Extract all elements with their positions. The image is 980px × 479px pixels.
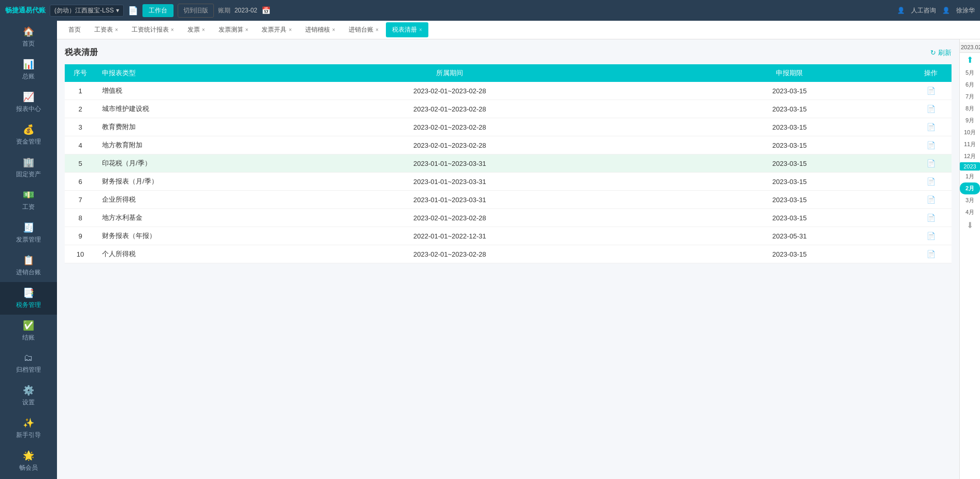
action-icon[interactable]: 📄 [927, 105, 935, 113]
sidebar-label-salary: 工资 [22, 203, 35, 212]
tab-salary-table[interactable]: 工资表 × [88, 22, 124, 37]
cell-id: 9 [65, 227, 96, 245]
panel-month-9[interactable]: 9月 [960, 115, 980, 126]
panel-month-11[interactable]: 11月 [960, 138, 980, 150]
tab-tax-list[interactable]: 税表清册 × [386, 22, 428, 37]
archive-icon: 🗂 [24, 353, 33, 363]
col-header-deadline: 申报期限 [669, 64, 910, 82]
cell-action[interactable]: 📄 [910, 209, 952, 227]
sidebar-item-reports[interactable]: 📈 报表中心 [0, 86, 57, 119]
tab-invoice-calc[interactable]: 发票测算 × [212, 22, 255, 37]
app-logo: 畅捷通易代账 [5, 6, 46, 15]
table-row: 4 地方教育附加 2023-02-01~2023-02-28 2023-03-1… [65, 136, 952, 154]
cell-type: 地方教育附加 [96, 136, 230, 154]
refresh-button[interactable]: ↻ 刷新 [930, 48, 952, 58]
sidebar-item-funds[interactable]: 💰 资金管理 [0, 119, 57, 151]
sidebar-item-settings[interactable]: ⚙️ 设置 [0, 379, 57, 412]
tab-salary-report[interactable]: 工资统计报表 × [125, 22, 180, 37]
tab-invoice-calc-close[interactable]: × [246, 27, 249, 33]
company-selector[interactable]: (勿动）江西服宝-LSS ▾ [50, 5, 124, 17]
cell-action[interactable]: 📄 [910, 173, 952, 191]
sidebar-item-guide[interactable]: ✨ 新手引导 [0, 412, 57, 445]
col-header-type: 申报表类型 [96, 64, 230, 82]
sidebar-item-home[interactable]: 🏠 首页 [0, 21, 57, 53]
cell-deadline: 2023-03-15 [669, 191, 910, 209]
cell-period: 2023-01-01~2023-03-31 [230, 173, 669, 191]
tab-invoice-issue[interactable]: 发票开具 × [255, 22, 298, 37]
action-icon[interactable]: 📄 [927, 214, 935, 222]
tab-salary-table-close[interactable]: × [115, 27, 118, 33]
sidebar-item-salary[interactable]: 💵 工资 [0, 184, 57, 217]
cell-action[interactable]: 📄 [910, 245, 952, 263]
cell-deadline: 2023-03-15 [669, 118, 910, 136]
table-row: 6 财务报表（月/季） 2023-01-01~2023-03-31 2023-0… [65, 173, 952, 191]
tab-audit-close[interactable]: × [332, 27, 335, 33]
user-area: 👤 人工咨询 👤 徐涂华 [897, 6, 975, 15]
sidebar-label-reports: 报表中心 [16, 105, 41, 114]
panel-month-12[interactable]: 12月 [960, 150, 980, 162]
tab-invoice-close[interactable]: × [202, 27, 205, 33]
action-icon[interactable]: 📄 [927, 195, 935, 204]
cell-deadline: 2023-03-15 [669, 154, 910, 173]
tab-salary-report-close[interactable]: × [171, 27, 174, 33]
switch-button[interactable]: 切到旧版 [178, 4, 214, 18]
cell-action[interactable]: 📄 [910, 154, 952, 173]
action-icon[interactable]: 📄 [927, 87, 935, 95]
cell-action[interactable]: 📄 [910, 82, 952, 100]
panel-month-10[interactable]: 10月 [960, 126, 980, 138]
refresh-label: 刷新 [938, 48, 952, 58]
tab-audit[interactable]: 进销稽核 × [299, 22, 341, 37]
sidebar-item-closing[interactable]: ✅ 结账 [0, 315, 57, 347]
sidebar-item-ledger[interactable]: 📊 总账 [0, 53, 57, 86]
cell-action[interactable]: 📄 [910, 136, 952, 154]
tab-salary-table-label: 工资表 [94, 25, 113, 34]
cell-action[interactable]: 📄 [910, 100, 952, 118]
tab-sales-ledger[interactable]: 进销台账 × [342, 22, 385, 37]
table-row: 1 增值税 2023-02-01~2023-02-28 2023-03-15 📄 [65, 82, 952, 100]
sidebar-item-member[interactable]: 🌟 畅会员 [0, 445, 57, 477]
avatar-icon: 👤 [942, 7, 950, 14]
tab-invoice[interactable]: 发票 × [181, 22, 211, 37]
panel-month-4[interactable]: 4月 [960, 206, 980, 218]
dropdown-icon: ▾ [116, 7, 119, 14]
page-title: 税表清册 [65, 47, 98, 58]
panel-month-7[interactable]: 7月 [960, 91, 980, 103]
sidebar-item-invoice[interactable]: 🧾 发票管理 [0, 217, 57, 249]
tab-sales-ledger-label: 进销台账 [349, 25, 373, 34]
cell-id: 5 [65, 154, 96, 173]
action-icon[interactable]: 📄 [927, 159, 935, 167]
tab-tax-list-close[interactable]: × [419, 27, 422, 33]
sidebar-item-sales[interactable]: 📋 进销台账 [0, 249, 57, 282]
action-icon[interactable]: 📄 [927, 141, 935, 149]
sidebar-item-assets[interactable]: 🏢 固定资产 [0, 151, 57, 184]
action-icon[interactable]: 📄 [927, 232, 935, 240]
cell-period: 2023-02-01~2023-02-28 [230, 118, 669, 136]
table-row: 10 个人所得税 2023-02-01~2023-02-28 2023-03-1… [65, 245, 952, 263]
cell-action[interactable]: 📄 [910, 118, 952, 136]
cell-deadline: 2023-03-15 [669, 245, 910, 263]
panel-month-1[interactable]: 1月 [960, 171, 980, 182]
table-row: 3 教育费附加 2023-02-01~2023-02-28 2023-03-15… [65, 118, 952, 136]
consult-label[interactable]: 人工咨询 [911, 6, 936, 15]
calendar-icon[interactable]: 📅 [262, 6, 270, 15]
panel-month-6[interactable]: 6月 [960, 79, 980, 91]
panel-month-8[interactable]: 8月 [960, 103, 980, 115]
sidebar-label-archive: 归档管理 [16, 365, 41, 374]
panel-scroll-up[interactable]: ⬆ [967, 55, 973, 65]
action-icon[interactable]: 📄 [927, 177, 935, 186]
panel-month-5[interactable]: 5月 [960, 67, 980, 79]
action-icon[interactable]: 📄 [927, 250, 935, 258]
tab-invoice-issue-close[interactable]: × [289, 27, 292, 33]
tab-home[interactable]: 首页 [62, 22, 87, 37]
panel-scroll-down[interactable]: ⬇ [967, 220, 973, 230]
panel-month-2-active[interactable]: 2月 [960, 182, 980, 194]
action-icon[interactable]: 📄 [927, 123, 935, 131]
cell-action[interactable]: 📄 [910, 191, 952, 209]
col-header-action: 操作 [910, 64, 952, 82]
workbench-button[interactable]: 工作台 [142, 4, 174, 17]
panel-month-3[interactable]: 3月 [960, 194, 980, 206]
sidebar-item-tax[interactable]: 📑 税务管理 [0, 282, 57, 315]
cell-action[interactable]: 📄 [910, 227, 952, 245]
sidebar-item-archive[interactable]: 🗂 归档管理 [0, 347, 57, 379]
tab-sales-ledger-close[interactable]: × [376, 27, 379, 33]
